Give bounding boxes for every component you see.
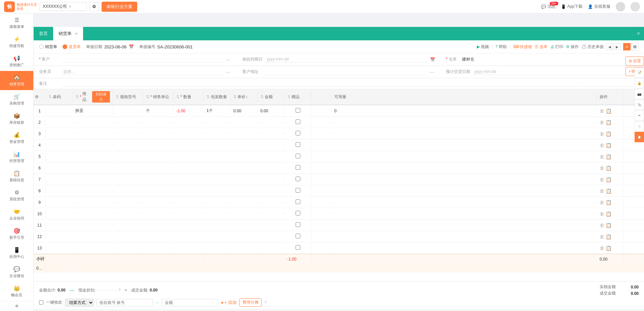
td-qty-11[interactable] bbox=[174, 224, 204, 227]
td-price-12[interactable] bbox=[231, 235, 258, 238]
delete-icon-5[interactable]: 🗑 bbox=[600, 154, 604, 159]
gift-checkbox-3[interactable] bbox=[296, 131, 300, 135]
td-spec-7[interactable] bbox=[113, 178, 143, 181]
due-date-calendar-icon[interactable]: 📅 bbox=[430, 57, 435, 62]
td-product-7[interactable] bbox=[73, 178, 113, 181]
td-qty-3[interactable] bbox=[174, 132, 204, 135]
td-unit-8[interactable] bbox=[143, 190, 174, 192]
gift-checkbox-10[interactable] bbox=[296, 211, 300, 216]
td-memo-5[interactable] bbox=[311, 155, 332, 158]
delete-icon-4[interactable]: 🗑 bbox=[600, 143, 604, 148]
gift-checkbox-13[interactable] bbox=[296, 245, 300, 250]
td-spec-6[interactable] bbox=[113, 167, 143, 169]
salesperson-input[interactable] bbox=[62, 69, 222, 75]
copy-icon-3[interactable]: 📋 bbox=[606, 131, 611, 137]
delete-icon-6[interactable]: 🗑 bbox=[600, 165, 604, 171]
td-memo-10[interactable] bbox=[311, 212, 332, 215]
td-qty-9[interactable] bbox=[174, 201, 204, 204]
td-amount-13[interactable] bbox=[258, 247, 285, 249]
td-spec-10[interactable] bbox=[113, 212, 143, 215]
td-product-1[interactable]: 拆贡 bbox=[73, 107, 113, 115]
td-spec-13[interactable] bbox=[113, 247, 143, 249]
td-pkg-qty-9[interactable] bbox=[204, 201, 231, 204]
copy-icon-2[interactable]: 📋 bbox=[606, 120, 611, 125]
td-price-6[interactable] bbox=[231, 167, 258, 169]
expense-split-btn[interactable]: 费用分摊 bbox=[239, 298, 262, 307]
payment-help-icon[interactable]: ? bbox=[264, 300, 267, 305]
customer-dots-btn[interactable]: ··· bbox=[225, 57, 232, 62]
td-gift-10[interactable] bbox=[285, 209, 311, 218]
grid-view-btn[interactable]: ⊞ bbox=[631, 43, 639, 50]
sort-amount-icon[interactable]: ⇅ bbox=[260, 94, 264, 99]
gift-checkbox-8[interactable] bbox=[296, 188, 300, 193]
td-unit-10[interactable] bbox=[143, 212, 174, 215]
td-barcode-8[interactable] bbox=[46, 190, 73, 192]
float-action-btn[interactable]: 📋 bbox=[635, 132, 644, 142]
td-amount-6[interactable] bbox=[258, 167, 285, 169]
company-selector[interactable]: XXXXXX公司 ▼ bbox=[40, 2, 87, 11]
td-barcode-9[interactable] bbox=[46, 201, 73, 204]
td-price-3[interactable] bbox=[231, 132, 258, 135]
td-memo-4[interactable] bbox=[311, 144, 332, 147]
gift-checkbox-9[interactable] bbox=[296, 199, 300, 204]
sidebar-item-member[interactable]: 👑 畅会员 bbox=[0, 282, 33, 301]
td-qty-10[interactable] bbox=[174, 212, 204, 215]
sidebar-item-sales-mgmt[interactable]: 🏠 销售管理 bbox=[0, 71, 33, 90]
copy-icon-13[interactable]: 📋 bbox=[606, 245, 611, 251]
td-barcode-3[interactable] bbox=[46, 132, 73, 135]
gift-checkbox-6[interactable] bbox=[296, 165, 300, 170]
td-gift-13[interactable] bbox=[285, 244, 311, 252]
quick-pay-checkbox[interactable] bbox=[39, 300, 43, 305]
delete-icon-9[interactable]: 🗑 bbox=[600, 200, 604, 205]
salesperson-dots-btn[interactable]: ··· bbox=[225, 69, 232, 75]
td-pkg-qty-10[interactable] bbox=[204, 212, 231, 215]
td-qty-1[interactable]: -1.00 bbox=[174, 107, 204, 115]
td-gift-4[interactable] bbox=[285, 141, 311, 149]
td-gift-3[interactable] bbox=[285, 129, 311, 138]
td-product-2[interactable] bbox=[73, 121, 113, 124]
td-barcode-12[interactable] bbox=[46, 235, 73, 238]
td-amount-8[interactable] bbox=[258, 190, 285, 192]
td-gift-8[interactable] bbox=[285, 187, 311, 195]
td-product-3[interactable] bbox=[73, 132, 113, 135]
td-spec-9[interactable] bbox=[113, 201, 143, 204]
td-gift-11[interactable] bbox=[285, 221, 311, 229]
sidebar-item-basic-info[interactable]: 📋 基础信息 bbox=[0, 167, 33, 186]
app-download-tool[interactable]: 📱 App下载 bbox=[561, 4, 582, 9]
sidebar-item-inventory[interactable]: 📦 库存核算 bbox=[0, 109, 33, 128]
gift-checkbox-7[interactable] bbox=[296, 177, 300, 181]
float-star-btn[interactable]: ☆ bbox=[635, 121, 644, 131]
tab-sales-order[interactable]: 销货单 × bbox=[53, 27, 83, 40]
delete-icon-3[interactable]: 🗑 bbox=[600, 131, 604, 137]
td-price-8[interactable] bbox=[231, 190, 258, 192]
td-unit-9[interactable] bbox=[143, 201, 174, 204]
float-attach-btn[interactable]: 📎 bbox=[635, 100, 644, 110]
delete-icon-13[interactable]: 🗑 bbox=[600, 245, 604, 251]
sidebar-item-wechat[interactable]: 💬 企业微信 bbox=[0, 263, 33, 282]
trial-button[interactable]: 体验行业方案 bbox=[102, 2, 137, 12]
delete-icon-1[interactable]: 🗑 bbox=[600, 108, 604, 114]
td-spec-2[interactable] bbox=[113, 121, 143, 124]
td-amount-9[interactable] bbox=[258, 201, 285, 204]
td-unit-3[interactable] bbox=[143, 132, 174, 135]
td-memo-2[interactable] bbox=[311, 121, 332, 124]
sidebar-item-marketing[interactable]: 📢 营销推广 bbox=[0, 52, 33, 71]
customer-addr-input[interactable] bbox=[265, 69, 426, 75]
td-amount-7[interactable] bbox=[258, 178, 285, 181]
sort-qty-icon[interactable]: ⇅ bbox=[176, 94, 180, 99]
settings-button[interactable]: ⚙ bbox=[89, 2, 99, 11]
expected-date-input[interactable] bbox=[473, 69, 631, 75]
td-qty-6[interactable] bbox=[174, 167, 204, 169]
td-barcode-11[interactable] bbox=[46, 224, 73, 227]
col-settings[interactable]: ⚙ bbox=[34, 92, 46, 101]
td-amount-2[interactable] bbox=[258, 121, 285, 124]
td-memo-1[interactable] bbox=[311, 110, 332, 112]
date-value[interactable]: 2023-06-06 bbox=[104, 44, 127, 49]
sort-gift-icon[interactable]: ⇅ bbox=[287, 94, 291, 99]
td-product-9[interactable] bbox=[73, 201, 113, 204]
td-product-10[interactable] bbox=[73, 212, 113, 215]
td-qty-4[interactable] bbox=[174, 144, 204, 147]
copy-icon-1[interactable]: 📋 bbox=[606, 108, 611, 114]
copy-icon-10[interactable]: 📋 bbox=[606, 211, 611, 217]
doc-no-value[interactable]: SA-20230606-001 bbox=[157, 44, 193, 49]
